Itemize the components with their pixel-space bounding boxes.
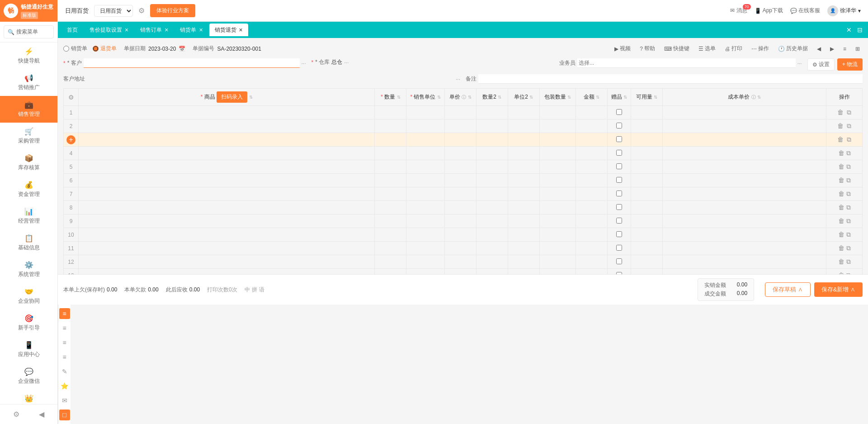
row-3-pack-qty[interactable] <box>539 133 576 147</box>
row-2-cost-price[interactable] <box>663 119 826 133</box>
row-3-copy-button[interactable]: ⧉ <box>846 135 852 144</box>
save-new-button[interactable]: 保存&新增 ∧ <box>814 282 863 297</box>
tab-price-settings-close[interactable]: × <box>125 27 128 33</box>
tab-home[interactable]: 首页 <box>61 24 83 36</box>
print-count-button[interactable]: 打印次数0次 <box>207 286 237 294</box>
add-row-button[interactable]: + <box>66 135 75 144</box>
row-1-copy-button[interactable]: ⧉ <box>846 108 852 117</box>
history-button[interactable]: 🕐 历史单据 <box>775 43 811 54</box>
row-2-copy-button[interactable]: ⧉ <box>846 121 852 131</box>
right-panel-btn-7[interactable]: ✉ <box>59 395 70 406</box>
collapse-sidebar-button[interactable]: ◀ <box>37 408 46 420</box>
row-2-qty2[interactable] <box>476 119 508 133</box>
cost-sort-icon[interactable]: ⇅ <box>757 95 761 100</box>
row-3-delete-button[interactable]: 🗑 <box>836 135 844 144</box>
tab-sales-order-close[interactable]: × <box>165 27 168 33</box>
right-panel-btn-4[interactable]: ≡ <box>59 352 70 362</box>
right-panel-btn-1[interactable]: ≡ <box>59 308 70 319</box>
help-button[interactable]: ? 帮助 <box>637 43 658 54</box>
sidebar-item-operation[interactable]: 📊 经营管理 <box>0 203 57 229</box>
row-copy[interactable]: ⧉ <box>845 203 852 212</box>
row-del[interactable]: 🗑 <box>837 243 845 252</box>
right-panel-btn-2[interactable]: ≡ <box>59 323 70 333</box>
sidebar-item-wechat[interactable]: 💬 企业微信 <box>0 363 57 390</box>
row-1-available[interactable] <box>631 106 663 119</box>
row-3-available[interactable] <box>631 133 663 147</box>
customer-input[interactable] <box>84 58 300 68</box>
row-2-qty[interactable] <box>375 119 406 133</box>
sidebar-item-apps[interactable]: 📱 应用中心 <box>0 336 57 363</box>
sidebar-item-shortcut[interactable]: ⚡ 快捷导航 <box>0 43 57 69</box>
gift-sort-icon[interactable]: ⇅ <box>623 95 627 100</box>
row-2-pack-qty[interactable] <box>539 119 576 133</box>
row-copy[interactable]: ⧉ <box>845 271 852 274</box>
row-del[interactable]: 🗑 <box>837 257 845 266</box>
sidebar-item-member[interactable]: 👑 畅会员 <box>0 390 57 404</box>
row-1-unit[interactable] <box>406 106 444 119</box>
row-3-product-input[interactable] <box>81 137 372 143</box>
row-3-unit2[interactable] <box>508 133 539 147</box>
scan-button[interactable]: 扫码录入 <box>217 91 247 103</box>
search-menu-button[interactable]: 🔍 搜索菜单 <box>4 25 54 38</box>
right-panel-btn-6[interactable]: ⭐ <box>59 381 70 391</box>
tab-sales-order[interactable]: 销售订单 × <box>135 24 174 36</box>
view-grid-button[interactable]: ⊞ <box>853 44 863 53</box>
message-button[interactable]: ✉ 消息 70 <box>730 7 747 14</box>
row-2-unit[interactable] <box>406 119 444 133</box>
sales-radio[interactable] <box>63 46 69 52</box>
customer-dots-icon[interactable]: ··· <box>302 60 306 67</box>
row-2-amount[interactable] <box>576 119 607 133</box>
row-1-product[interactable] <box>79 106 375 119</box>
row-1-qty2[interactable] <box>476 106 508 119</box>
row-3-product[interactable] <box>79 133 375 147</box>
video-button[interactable]: ▶ 视频 <box>612 43 633 54</box>
row-1-cost-price[interactable] <box>663 106 826 119</box>
unit2-sort-icon[interactable]: ⇅ <box>529 95 533 100</box>
warehouse-dots-icon[interactable]: ··· <box>344 59 349 66</box>
next-button[interactable]: ▶ <box>827 44 837 53</box>
right-panel-btn-3[interactable]: ≡ <box>59 337 70 348</box>
prev-button[interactable]: ◀ <box>814 44 824 53</box>
tab-close-all-button[interactable]: ✕ <box>844 25 854 34</box>
row-3-gift-checkbox[interactable] <box>616 136 622 142</box>
logistics-button[interactable]: + 物流 <box>837 58 863 71</box>
right-panel-btn-5[interactable]: ✎ <box>59 366 70 377</box>
row-2-gift-checkbox[interactable] <box>616 123 622 129</box>
tab-price-settings[interactable]: 售价提取设置 × <box>84 24 134 36</box>
row-3-unit[interactable] <box>406 133 444 147</box>
column-gear-icon[interactable]: ⚙ <box>68 94 74 101</box>
sidebar-item-system[interactable]: ⚙️ 系统管理 <box>0 256 57 283</box>
topbar-gear-icon[interactable]: ⚙ <box>138 6 145 15</box>
row-del[interactable]: 🗑 <box>837 148 845 157</box>
tab-sales[interactable]: 销货单 × <box>175 24 208 36</box>
operations-button[interactable]: ⋯ 操作 <box>749 43 772 54</box>
save-draft-button[interactable]: 保存草稿 ∧ <box>765 282 811 297</box>
select-order-button[interactable]: ☰ 选单 <box>696 43 718 54</box>
trial-plan-button[interactable]: 体验行业方案 <box>150 4 195 17</box>
sidebar-item-inventory[interactable]: 📦 库存核算 <box>0 149 57 176</box>
sidebar-item-guide[interactable]: 🎯 新手引导 <box>0 310 57 336</box>
tab-sales-return[interactable]: 销货退货 × <box>209 24 248 36</box>
row-1-amount[interactable] <box>576 106 607 119</box>
view-list-button[interactable]: ≡ <box>840 44 849 53</box>
row-copy[interactable]: ⧉ <box>845 176 852 185</box>
product-sort-icon[interactable]: ⇅ <box>249 95 253 100</box>
qty-sort-icon[interactable]: ⇅ <box>397 95 401 100</box>
row-1-qty[interactable] <box>375 106 406 119</box>
note-input[interactable] <box>478 74 863 84</box>
return-radio-label[interactable]: 退货单 <box>93 45 117 52</box>
sidebar-item-purchase[interactable]: 🛒 采购管理 <box>0 123 57 149</box>
row-copy[interactable]: ⧉ <box>845 243 852 253</box>
calendar-icon[interactable]: 📅 <box>179 46 185 52</box>
settings-button[interactable]: ⚙ 设置 <box>807 58 835 71</box>
row-3-price[interactable] <box>444 133 476 147</box>
sidebar-item-enterprise[interactable]: 🤝 企业协同 <box>0 283 57 310</box>
sidebar-item-basic[interactable]: 📋 基础信息 <box>0 229 57 256</box>
print-button[interactable]: 🖨 打印 <box>722 43 745 54</box>
row-2-product[interactable] <box>79 119 375 133</box>
row-2-available[interactable] <box>631 119 663 133</box>
pack-sort-icon[interactable]: ⇅ <box>567 95 571 100</box>
row-2-price[interactable] <box>444 119 476 133</box>
row-del[interactable]: 🗑 <box>837 176 845 185</box>
tab-sales-return-close[interactable]: × <box>239 27 243 33</box>
